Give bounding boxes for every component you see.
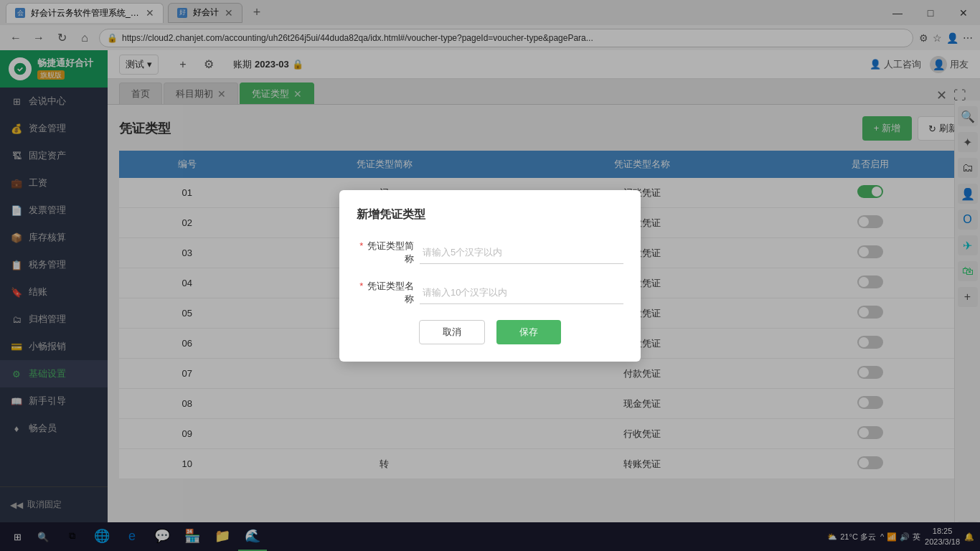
- form-label-name: * 凭证类型名称: [357, 280, 414, 306]
- modal-actions: 取消 保存: [357, 320, 623, 344]
- form-row-name: * 凭证类型名称: [357, 280, 623, 306]
- modal-overlay: 新增凭证类型 * 凭证类型简称 * 凭证类型名称 取消 保存: [0, 0, 980, 551]
- required-abbr: *: [359, 240, 363, 251]
- abbr-input[interactable]: [420, 241, 623, 264]
- add-voucher-modal: 新增凭证类型 * 凭证类型简称 * 凭证类型名称 取消 保存: [339, 190, 641, 362]
- modal-save-button[interactable]: 保存: [496, 320, 561, 344]
- form-row-abbr: * 凭证类型简称: [357, 240, 623, 265]
- required-name: *: [359, 281, 363, 291]
- modal-cancel-button[interactable]: 取消: [419, 320, 485, 344]
- name-input[interactable]: [420, 281, 623, 304]
- modal-title: 新增凭证类型: [357, 207, 623, 222]
- form-label-abbr: * 凭证类型简称: [357, 240, 414, 265]
